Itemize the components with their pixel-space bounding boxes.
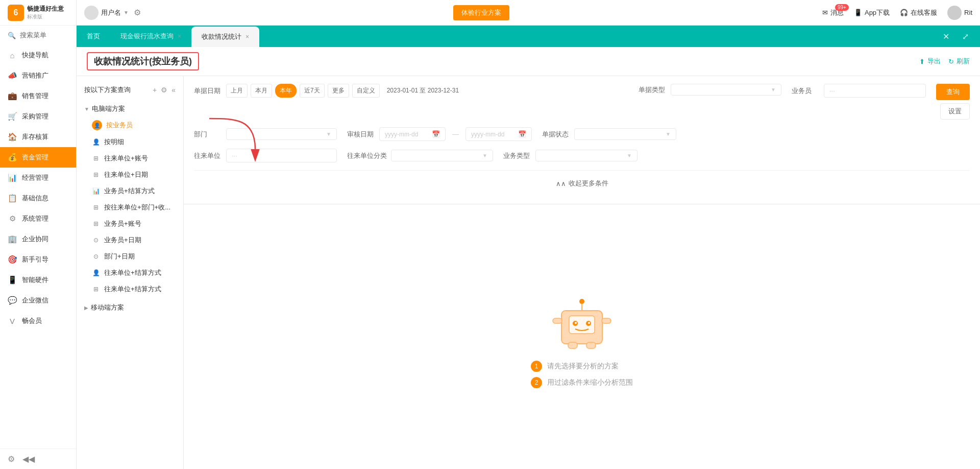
sidebar-item-sales[interactable]: 💼 销售管理 [0, 86, 76, 106]
query-button[interactable]: 查询 [936, 84, 970, 100]
salesperson-placeholder: ··· [829, 87, 920, 95]
sidebar-item-enterprise[interactable]: 🏢 企业协同 [0, 229, 76, 249]
scheme-settings-btn[interactable]: ⚙ [161, 86, 167, 94]
scheme-item-unit-date[interactable]: ⊞ 往来单位+日期 [77, 167, 183, 183]
sidebar-item-marketing[interactable]: 📣 营销推广 [0, 65, 76, 86]
refresh-icon: ↻ [948, 58, 954, 65]
scheme-item-unit-account[interactable]: ⊞ 往来单位+账号 [77, 150, 183, 167]
salesperson-label: 业务员 [792, 86, 820, 96]
scheme-item-dept-date[interactable]: ⊙ 部门+日期 [77, 248, 183, 265]
filter-date-item: 单据日期 上月 本月 本年 近7天 更多 自定义 2023-01-01 至 20… [194, 84, 459, 98]
tab-collection-stats-close[interactable]: × [246, 33, 249, 40]
clock-icon2: ⊙ [92, 252, 100, 261]
collapse-panel-btn[interactable]: « [172, 86, 176, 94]
review-date-end[interactable]: yyyy-mm-dd 📅 [465, 127, 532, 141]
collapse-filter-row: ∧∧ 收起更多条件 [194, 170, 970, 196]
message-icon: ✉ [822, 9, 828, 16]
message-button[interactable]: ✉ 消息 99+ [822, 8, 844, 17]
user-dropdown-arrow: ▼ [124, 10, 129, 15]
trial-button[interactable]: 体验行业方案 [453, 5, 509, 20]
search-menu-item[interactable]: 🔍 搜索菜单 [0, 26, 76, 45]
add-scheme-btn[interactable]: + [153, 86, 157, 94]
tab-home[interactable]: 首页 [77, 26, 110, 47]
online-service-button[interactable]: 🎧 在线客服 [900, 8, 937, 17]
filter-settings-button[interactable]: 设置 [940, 103, 970, 120]
user-right-area[interactable]: Rit [947, 6, 972, 20]
svg-point-6 [588, 322, 590, 324]
collapse-sidebar-icon[interactable]: ◀◀ [22, 454, 35, 464]
salesperson-select[interactable]: ··· [824, 84, 926, 98]
scheme-item-salesperson[interactable]: 👤 按业务员 [77, 116, 183, 134]
topbar-settings-icon[interactable]: ⚙ [134, 8, 141, 17]
right-panel: 单据日期 上月 本月 本年 近7天 更多 自定义 2023-01-01 至 20… [184, 76, 980, 469]
filter-biz-type-item: 业务类型 ▼ [503, 150, 638, 161]
sidebar-item-finance[interactable]: 💰 资金管理 [0, 147, 76, 168]
scheme-item-salesperson-date[interactable]: ⊙ 业务员+日期 [77, 232, 183, 248]
mobile-group-arrow: ▶ [84, 305, 88, 311]
sidebar-item-purchase[interactable]: 🛒 采购管理 [0, 106, 76, 127]
doc-type-select[interactable]: ▼ [671, 84, 781, 96]
counterpart-cat-select[interactable]: ▼ [391, 150, 493, 161]
sidebar-item-wechat[interactable]: 💬 企业微信 [0, 290, 76, 311]
refresh-button[interactable]: ↻ 刷新 [948, 57, 970, 66]
desktop-group-header[interactable]: ▼ 电脑端方案 [77, 101, 183, 116]
scheme-item-unit-settle2[interactable]: ⊞ 往来单位+结算方式 [77, 281, 183, 297]
biz-type-label: 业务类型 [503, 151, 531, 160]
app-download-button[interactable]: 📱 App下载 [854, 8, 890, 17]
table-icon3: ⊞ [92, 203, 100, 212]
sidebar-item-basic-info[interactable]: 📋 基础信息 [0, 188, 76, 208]
date-btn-more[interactable]: 更多 [328, 84, 349, 98]
calendar-icon-end: 📅 [518, 130, 526, 138]
svg-rect-11 [568, 342, 577, 348]
sidebar-item-label: 企业微信 [22, 296, 48, 305]
body-layout: 按以下方案查询 + ⚙ « [77, 76, 980, 469]
review-date-start[interactable]: yyyy-mm-dd 📅 [379, 127, 446, 141]
doc-status-select[interactable]: ▼ [574, 128, 676, 140]
sidebar-item-operation[interactable]: 📊 经营管理 [0, 168, 76, 188]
mobile-group-header[interactable]: ▶ 移动端方案 [77, 300, 183, 315]
tab-collection-stats[interactable]: 收款情况统计 × [191, 27, 259, 47]
date-btn-last-month[interactable]: 上月 [226, 84, 248, 98]
scheme-item-salesperson-account[interactable]: ⊞ 业务员+账号 [77, 216, 183, 232]
scheme-item-unit-dept[interactable]: ⊞ 按往来单位+部门+收... [77, 199, 183, 216]
date-btn-this-year[interactable]: 本年 [275, 84, 297, 98]
export-button[interactable]: ⬆ 导出 [919, 57, 941, 66]
biz-type-select[interactable]: ▼ [535, 150, 638, 161]
filter-counterpart-item: 往来单位 ··· [194, 149, 337, 162]
home-icon: ⌂ [8, 51, 17, 60]
collapse-label: 收起更多条件 [569, 179, 608, 188]
scheme-item-label: 往来单位+结算方式 [104, 268, 161, 277]
sidebar-item-member[interactable]: V 畅会员 [0, 311, 76, 331]
content-area: 收款情况统计(按业务员) ⬆ 导出 ↻ 刷新 按以下方案查询 [77, 47, 980, 469]
sidebar-item-label: 智能硬件 [22, 275, 48, 285]
sidebar-nav: ⌂ 快捷导航 📣 营销推广 💼 销售管理 🛒 采购管理 🏠 库存核算 💰 资金管… [0, 45, 76, 449]
scheme-item-unit-settle1[interactable]: 👤 往来单位+结算方式 [77, 265, 183, 281]
tab-close-window-btn[interactable]: ✕ [939, 29, 953, 43]
tab-maximize-btn[interactable]: ⤢ [958, 29, 972, 43]
user-selector[interactable]: 用户名 ▼ [84, 6, 129, 20]
sidebar-item-quick-nav[interactable]: ⌂ 快捷导航 [0, 45, 76, 65]
scheme-item-salesperson-settle[interactable]: 📊 业务员+结算方式 [77, 183, 183, 199]
sidebar-item-inventory[interactable]: 🏠 库存核算 [0, 127, 76, 147]
scheme-item-label: 往来单位+账号 [104, 154, 148, 163]
settings-footer-icon[interactable]: ⚙ [8, 454, 15, 464]
dept-arrow: ▼ [326, 131, 331, 137]
date-btn-this-month[interactable]: 本月 [251, 84, 272, 98]
tab-bank-flow[interactable]: 现金银行流水查询 × [110, 26, 191, 47]
sidebar-item-label: 销售管理 [22, 91, 48, 101]
tab-bank-flow-close[interactable]: × [178, 33, 181, 40]
main-area: 用户名 ▼ ⚙ 体验行业方案 ✉ 消息 99+ 📱 App下载 🎧 在线客服 R… [77, 0, 980, 469]
sidebar-item-guide[interactable]: 🎯 新手引导 [0, 249, 76, 270]
empty-robot-svg [549, 285, 615, 351]
dept-select[interactable]: ▼ [226, 128, 337, 140]
user-name: 用户名 [101, 8, 121, 17]
collapse-filter-btn[interactable]: ∧∧ 收起更多条件 [546, 175, 619, 192]
scheme-item-label: 按明细 [104, 137, 124, 147]
sidebar-item-system[interactable]: ⚙ 系统管理 [0, 208, 76, 229]
date-separator: — [452, 130, 459, 138]
sidebar-item-hardware[interactable]: 📱 智能硬件 [0, 270, 76, 290]
date-btn-custom[interactable]: 自定义 [352, 84, 380, 98]
scheme-item-detail[interactable]: 👤 按明细 [77, 134, 183, 150]
date-btn-7days[interactable]: 近7天 [300, 84, 325, 98]
counterpart-select[interactable]: ··· [226, 149, 337, 162]
